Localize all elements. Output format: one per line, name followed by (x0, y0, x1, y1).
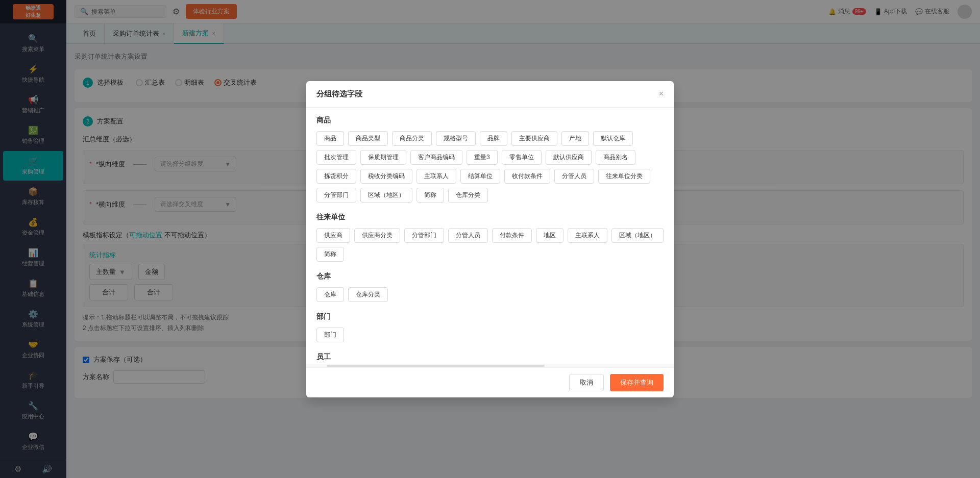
modal-header: 分组待选字段 × (306, 81, 674, 108)
tag-1-4[interactable]: 付款条件 (492, 228, 532, 243)
modal-section-0: 商品商品商品类型商品分类规格型号品牌主要供应商产地默认仓库批次管理保质期管理客户… (316, 116, 664, 203)
tag-0-19[interactable]: 收付款条件 (504, 169, 550, 184)
modal-section-2: 仓库仓库仓库分类 (316, 272, 664, 302)
tag-0-6[interactable]: 产地 (561, 131, 589, 146)
tag-1-8[interactable]: 简称 (316, 247, 344, 262)
tag-3-0[interactable]: 部门 (316, 328, 344, 342)
tag-0-12[interactable]: 零售单位 (502, 150, 542, 165)
tag-grid-0: 商品商品类型商品分类规格型号品牌主要供应商产地默认仓库批次管理保质期管理客户商品… (316, 131, 664, 203)
tag-1-0[interactable]: 供应商 (316, 228, 350, 243)
tag-0-17[interactable]: 主联系人 (416, 169, 456, 184)
tag-0-23[interactable]: 区域（地区） (360, 188, 412, 203)
tag-1-6[interactable]: 主联系人 (568, 228, 607, 243)
tag-1-5[interactable]: 地区 (536, 228, 564, 243)
tag-0-9[interactable]: 保质期管理 (360, 150, 406, 165)
tag-0-7[interactable]: 默认仓库 (593, 131, 633, 146)
modal: 分组待选字段 × 商品商品商品类型商品分类规格型号品牌主要供应商产地默认仓库批次… (306, 81, 674, 397)
tag-0-18[interactable]: 结算单位 (460, 169, 500, 184)
tag-0-24[interactable]: 简称 (416, 188, 444, 203)
tag-1-7[interactable]: 区域（地区） (611, 228, 664, 243)
section-title-4: 员工 (316, 353, 664, 362)
modal-footer: 取消 保存并查询 (306, 367, 674, 397)
tag-0-8[interactable]: 批次管理 (316, 150, 356, 165)
cancel-button[interactable]: 取消 (569, 374, 604, 391)
tag-1-3[interactable]: 分管人员 (448, 228, 488, 243)
scrollbar-thumb (327, 365, 545, 367)
tag-0-16[interactable]: 税收分类编码 (360, 169, 412, 184)
tag-0-25[interactable]: 仓库分类 (448, 188, 488, 203)
tag-2-1[interactable]: 仓库分类 (348, 287, 388, 302)
tag-0-10[interactable]: 客户商品编码 (410, 150, 462, 165)
section-title-0: 商品 (316, 116, 664, 125)
tag-0-21[interactable]: 往来单位分类 (598, 169, 650, 184)
section-title-2: 仓库 (316, 272, 664, 281)
tag-grid-2: 仓库仓库分类 (316, 287, 664, 302)
tag-0-1[interactable]: 商品类型 (348, 131, 388, 146)
tag-0-20[interactable]: 分管人员 (554, 169, 594, 184)
tag-0-4[interactable]: 品牌 (480, 131, 507, 146)
tag-2-0[interactable]: 仓库 (316, 287, 344, 302)
modal-body[interactable]: 商品商品商品类型商品分类规格型号品牌主要供应商产地默认仓库批次管理保质期管理客户… (306, 108, 674, 364)
tag-0-3[interactable]: 规格型号 (436, 131, 476, 146)
tag-0-2[interactable]: 商品分类 (392, 131, 432, 146)
tag-0-22[interactable]: 分管部门 (316, 188, 356, 203)
tag-0-13[interactable]: 默认供应商 (546, 150, 592, 165)
modal-section-4: 员工业务员 (316, 353, 664, 364)
tag-0-0[interactable]: 商品 (316, 131, 344, 146)
modal-section-1: 往来单位供应商供应商分类分管部门分管人员付款条件地区主联系人区域（地区）简称 (316, 213, 664, 262)
tag-0-14[interactable]: 商品别名 (596, 150, 635, 165)
modal-overlay: 分组待选字段 × 商品商品商品类型商品分类规格型号品牌主要供应商产地默认仓库批次… (0, 0, 980, 478)
modal-title: 分组待选字段 (316, 89, 362, 99)
section-title-1: 往来单位 (316, 213, 664, 222)
section-title-3: 部门 (316, 312, 664, 321)
tag-0-5[interactable]: 主要供应商 (511, 131, 557, 146)
tag-1-2[interactable]: 分管部门 (404, 228, 444, 243)
modal-section-3: 部门部门 (316, 312, 664, 342)
save-query-button[interactable]: 保存并查询 (610, 374, 664, 391)
tag-1-1[interactable]: 供应商分类 (354, 228, 400, 243)
tag-0-11[interactable]: 重量3 (467, 150, 498, 165)
tag-0-15[interactable]: 拣货积分 (316, 169, 356, 184)
tag-grid-1: 供应商供应商分类分管部门分管人员付款条件地区主联系人区域（地区）简称 (316, 228, 664, 262)
tag-grid-3: 部门 (316, 328, 664, 342)
modal-close-button[interactable]: × (659, 89, 664, 98)
